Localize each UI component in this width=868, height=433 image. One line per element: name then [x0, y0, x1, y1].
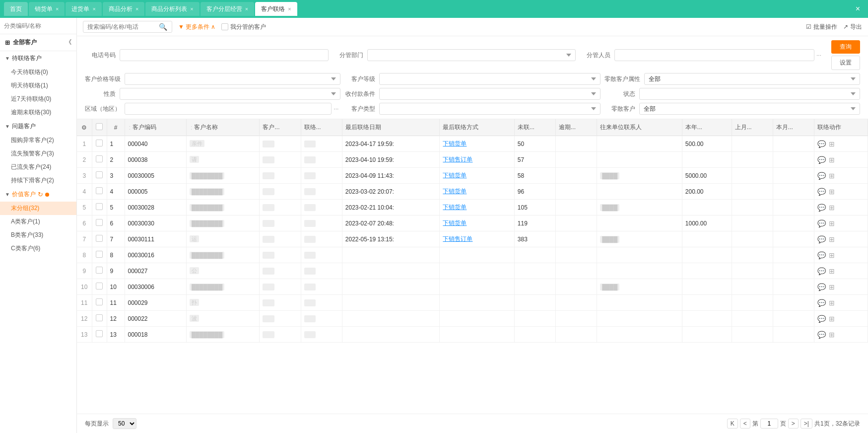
row-last-method-12[interactable] [440, 327, 514, 343]
tab-goods-analysis[interactable]: 商品分析 × [103, 2, 144, 16]
row-checkbox-0[interactable] [96, 140, 103, 146]
chat-icon-10[interactable]: 💬 [817, 299, 826, 307]
row-checkbox-6[interactable] [96, 235, 103, 242]
close-sales-icon[interactable]: × [56, 6, 59, 12]
retail-attr-select[interactable]: 全部 [644, 73, 860, 85]
row-check-11[interactable] [92, 311, 107, 327]
tab-purchase[interactable]: 进货单 × [66, 2, 101, 16]
grid-action-icon-2[interactable]: ⊞ [829, 172, 835, 180]
row-method-link-2[interactable]: 下销货单 [443, 172, 467, 179]
chat-icon-8[interactable]: 💬 [817, 267, 826, 275]
grid-action-icon-9[interactable]: ⊞ [829, 283, 835, 291]
row-check-10[interactable] [92, 295, 107, 311]
sidebar-item-b-class[interactable]: B类客户(33) [0, 228, 76, 242]
page-number-input[interactable] [760, 419, 778, 429]
sidebar-item-c-class[interactable]: C类客户(6) [0, 242, 76, 255]
row-check-3[interactable] [92, 184, 107, 200]
export-btn[interactable]: ↗ 导出 [843, 23, 862, 31]
sidebar-group-problem[interactable]: ▼ 问题客户 [0, 119, 76, 134]
search-icon[interactable]: 🔍 [159, 23, 167, 31]
select-all-checkbox[interactable] [96, 123, 103, 130]
col-name[interactable]: : 客户名称 [186, 119, 260, 136]
settings-gear-icon[interactable]: ⚙ [81, 124, 87, 131]
row-check-4[interactable] [92, 200, 107, 216]
row-checkbox-4[interactable] [96, 203, 103, 210]
sidebar-item-abnormal[interactable]: 囤购异常客户(2) [0, 134, 76, 147]
page-size-select[interactable]: 50 [113, 418, 136, 429]
row-checkbox-12[interactable] [96, 330, 103, 337]
row-check-1[interactable] [92, 152, 107, 168]
more-conditions-btn[interactable]: ▼ 更多条件 ∧ [178, 23, 215, 31]
row-check-5[interactable] [92, 216, 107, 231]
sidebar-search-input[interactable] [4, 22, 77, 29]
first-page-btn[interactable]: K [727, 419, 738, 429]
sidebar-item-a-class[interactable]: A类客户(1) [0, 215, 76, 228]
next-page-btn[interactable]: > [788, 419, 799, 429]
row-last-method-8[interactable] [440, 263, 514, 279]
region-input[interactable] [125, 103, 332, 115]
close-customer-segment-icon[interactable]: × [245, 6, 248, 12]
chat-icon-3[interactable]: 💬 [817, 188, 826, 196]
collapse-icon[interactable]: 《 [66, 38, 71, 47]
row-last-method-10[interactable] [440, 295, 514, 311]
sidebar-group-pending[interactable]: ▼ 待联络客户 [0, 51, 76, 66]
chat-icon-4[interactable]: 💬 [817, 204, 826, 212]
price-level-select[interactable] [125, 73, 340, 85]
row-last-method-7[interactable] [440, 247, 514, 263]
grid-action-icon-0[interactable]: ⊞ [829, 140, 835, 148]
grid-action-icon-3[interactable]: ⊞ [829, 188, 835, 196]
grid-action-icon-6[interactable]: ⊞ [829, 235, 835, 243]
row-method-link-3[interactable]: 下销货单 [443, 188, 467, 195]
close-goods-analysis-list-icon[interactable]: × [190, 6, 193, 12]
manager-ellipsis-icon[interactable]: ··· [814, 50, 823, 61]
row-last-method-1[interactable]: 下销售订单 [440, 152, 514, 168]
grid-action-icon-8[interactable]: ⊞ [829, 267, 835, 275]
col-contact[interactable]: 联络... [301, 119, 342, 136]
row-checkbox-8[interactable] [96, 267, 103, 274]
close-purchase-icon[interactable]: × [92, 6, 95, 12]
col-checkbox[interactable] [92, 119, 107, 136]
row-check-12[interactable] [92, 327, 107, 343]
my-customers-checkbox[interactable] [221, 23, 228, 30]
row-last-method-3[interactable]: 下销货单 [440, 184, 514, 200]
sidebar-item-7days[interactable]: 近7天待联络(0) [0, 92, 76, 106]
grid-action-icon-1[interactable]: ⊞ [829, 156, 835, 164]
payment-select[interactable] [379, 88, 600, 100]
last-page-btn[interactable]: >| [801, 419, 812, 429]
row-last-method-5[interactable]: 下销货单 [440, 216, 514, 231]
row-check-6[interactable] [92, 231, 107, 247]
phone-input[interactable] [120, 49, 329, 61]
col-type[interactable]: 客户... [260, 119, 301, 136]
col-contact-person[interactable]: 往来单位联系人 [597, 119, 682, 136]
tab-goods-analysis-list[interactable]: 商品分析列表 × [145, 2, 199, 16]
prev-page-btn[interactable]: < [740, 419, 750, 429]
col-this-year[interactable]: 本年... [682, 119, 732, 136]
row-last-method-6[interactable]: 下销售订单 [440, 231, 514, 247]
row-method-link-1[interactable]: 下销售订单 [443, 156, 472, 163]
row-method-link-5[interactable]: 下销货单 [443, 219, 467, 226]
row-checkbox-9[interactable] [96, 283, 103, 289]
row-method-link-4[interactable]: 下销货单 [443, 204, 467, 211]
sidebar-group-value[interactable]: ▼ 价值客户 ↻ [0, 187, 76, 202]
col-last-contact-date[interactable]: 最后联络日期 [342, 119, 440, 136]
my-customers-checkbox-area[interactable]: 我分管的客户 [221, 23, 266, 31]
grid-action-icon-12[interactable]: ⊞ [829, 331, 835, 339]
row-check-8[interactable] [92, 263, 107, 279]
col-this-month[interactable]: 本月... [773, 119, 814, 136]
row-checkbox-2[interactable] [96, 171, 103, 178]
customer-type-select[interactable] [379, 103, 600, 115]
window-close-button[interactable]: × [852, 4, 864, 13]
row-checkbox-5[interactable] [96, 219, 103, 226]
chat-icon-2[interactable]: 💬 [817, 172, 826, 180]
row-check-2[interactable] [92, 168, 107, 184]
sidebar-item-lost[interactable]: 已流失客户(24) [0, 160, 76, 174]
all-customers-header[interactable]: ⊞ 全部客户 《 [0, 34, 76, 51]
batch-op-btn[interactable]: ☑ 批量操作 [806, 23, 837, 31]
row-last-method-9[interactable] [440, 279, 514, 295]
grid-action-icon-11[interactable]: ⊞ [829, 315, 835, 323]
row-checkbox-11[interactable] [96, 314, 103, 321]
chat-icon-5[interactable]: 💬 [817, 219, 826, 227]
customer-level-select[interactable] [379, 73, 600, 85]
row-check-0[interactable] [92, 136, 107, 152]
sidebar-item-overdue[interactable]: 逾期未联络(30) [0, 106, 76, 119]
